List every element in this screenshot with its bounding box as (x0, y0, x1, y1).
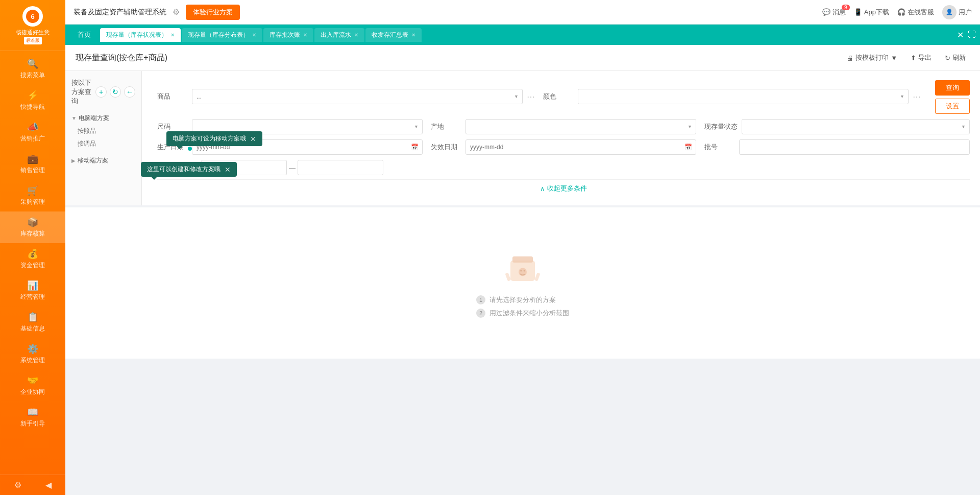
sidebar-bottom: ⚙ ◀ (0, 475, 65, 495)
query-button[interactable]: 查询 (935, 80, 970, 96)
nav-enterprise-label: 企业协同 (20, 388, 45, 396)
tab-close-all-icon[interactable]: ✕ (957, 30, 964, 40)
color-select[interactable] (578, 89, 909, 104)
empty-tip-2: 2 用过滤条件来缩小分析范围 (476, 309, 569, 318)
tab-home[interactable]: 首页 (69, 27, 99, 42)
tooltip-1-close[interactable]: ✕ (250, 135, 256, 143)
product-more-icon[interactable]: ⋯ (527, 92, 535, 102)
scheme-item-1[interactable]: 按照品 (65, 125, 141, 137)
stock-status-select-wrapper (742, 119, 970, 134)
nav-purchase[interactable]: 🛒 采购管理 (0, 180, 65, 211)
batch-input[interactable] (739, 139, 970, 155)
collapse-sidebar-icon[interactable]: ◀ (45, 480, 52, 490)
empty-tip-1: 1 请先选择要分析的方案 (476, 295, 569, 304)
filter-area: 按以下方案查询 + ↻ ← ▼ 电脑端方案 按照品 接调品 (65, 71, 980, 205)
settings-bottom-icon[interactable]: ⚙ (14, 480, 21, 490)
nav-finance[interactable]: 💰 资金管理 (0, 243, 65, 275)
message-icon: 💬 (822, 8, 830, 16)
nav-search[interactable]: 🔍 搜索菜单 (0, 53, 65, 85)
app-download-item[interactable]: 📱 App下载 (854, 8, 889, 17)
header-right: 💬 消息 9 📱 App下载 🎧 在线客服 👤 用户 (822, 5, 972, 19)
nav-inventory[interactable]: 📦 库存核算 (0, 211, 65, 243)
set-button[interactable]: 设置 (935, 99, 970, 114)
tab-flow[interactable]: 出入库流水 ✕ (314, 28, 364, 42)
nav-quick-label: 快捷导航 (20, 103, 45, 111)
tab-inventory-distribution-label: 现存量（库存分布表） (188, 31, 249, 39)
refresh-button[interactable]: ↻ 刷新 (941, 51, 970, 64)
tab-summary-close[interactable]: ✕ (411, 32, 415, 38)
stock-main-to-input[interactable] (298, 160, 383, 175)
inventory-icon: 📦 (27, 217, 38, 228)
origin-select[interactable] (465, 119, 696, 134)
nav-quick[interactable]: ⚡ 快捷导航 (0, 85, 65, 116)
tooltip-scheme-1: 电脑方案可设为移动方案哦 ✕ (166, 131, 262, 146)
user-item[interactable]: 👤 用户 (942, 5, 972, 19)
page-content: 现存量查询(按仓库+商品) 🖨 按模板打印 ▼ ⬆ 导出 ↻ 刷新 (65, 45, 980, 495)
back-scheme-button[interactable]: ← (124, 86, 135, 98)
filter-product-group: 商品 ⋯ (157, 89, 535, 104)
page-header: 现存量查询(按仓库+商品) 🖨 按模板打印 ▼ ⬆ 导出 ↻ 刷新 (65, 45, 980, 71)
expiry-date-input[interactable] (465, 139, 696, 155)
nav-guide[interactable]: 📖 新手引导 (0, 402, 65, 433)
origin-label: 产地 (431, 122, 461, 131)
avatar-icon: 👤 (946, 9, 953, 15)
scheme-item-2[interactable]: 接调品 (65, 137, 141, 150)
system-settings-icon[interactable]: ⚙ (173, 7, 180, 17)
empty-tips: 1 请先选择要分析的方案 2 用过滤条件来缩小分析范围 (476, 295, 569, 318)
tab-flow-close[interactable]: ✕ (354, 32, 358, 38)
export-icon: ⬆ (911, 54, 916, 62)
tab-inventory-status-close[interactable]: ✕ (170, 32, 175, 38)
batch-label: 批号 (704, 143, 735, 152)
empty-state: 1 请先选择要分析的方案 2 用过滤条件来缩小分析范围 (65, 207, 980, 359)
svg-point-6 (524, 270, 525, 271)
trial-button[interactable]: 体验行业方案 (186, 5, 240, 20)
tooltip-2-close[interactable]: ✕ (225, 166, 231, 174)
tab-inventory-distribution[interactable]: 现存量（库存分布表） ✕ (182, 28, 262, 42)
color-more-icon[interactable]: ⋯ (913, 92, 921, 102)
collapse-label: 收起更多条件 (547, 184, 587, 193)
product-input[interactable] (192, 89, 523, 104)
tab-inventory-distribution-close[interactable]: ✕ (252, 32, 256, 38)
nav-operations[interactable]: 📊 经营管理 (0, 275, 65, 307)
query-btns: 查询 设置 (929, 79, 970, 114)
add-scheme-button[interactable]: + (95, 86, 107, 98)
headset-icon: 🎧 (897, 8, 905, 16)
nav-basic[interactable]: 📋 基础信息 (0, 307, 65, 338)
stock-status-select[interactable] (742, 119, 970, 134)
tab-expand-icon[interactable]: ⛶ (968, 30, 976, 40)
nav-inventory-label: 库存核算 (20, 229, 45, 238)
nav-enterprise[interactable]: 🤝 企业协同 (0, 370, 65, 402)
expiry-date-label: 失效日期 (431, 143, 461, 152)
online-support-item[interactable]: 🎧 在线客服 (897, 8, 934, 17)
tab-bar-right: ✕ ⛶ (957, 30, 976, 40)
refresh-scheme-button[interactable]: ↻ (110, 86, 121, 98)
scheme-desktop-header[interactable]: ▼ 电脑端方案 (65, 112, 141, 125)
tab-inventory-status[interactable]: 现存量（库存状况表） ✕ (100, 28, 181, 42)
sidebar-logo: 6 畅捷通好生意 标准版 (0, 0, 65, 51)
scheme-mobile-group: ▶ 移动端方案 (65, 154, 141, 167)
tab-summary[interactable]: 收发存汇总表 ✕ (365, 28, 422, 42)
scheme-sidebar: 按以下方案查询 + ↻ ← ▼ 电脑端方案 按照品 接调品 (65, 71, 142, 205)
nav-marketing[interactable]: 📣 营销推广 (0, 116, 65, 148)
nav-basic-label: 基础信息 (20, 324, 45, 333)
nav-sales[interactable]: 💼 销售管理 (0, 148, 65, 180)
stock-status-label: 现存量状态 (704, 122, 738, 131)
message-item[interactable]: 💬 消息 9 (822, 8, 846, 17)
tab-batch-account[interactable]: 库存批次账 ✕ (263, 28, 313, 42)
collapse-button[interactable]: ∧ 收起更多条件 (157, 179, 970, 197)
print-button[interactable]: 🖨 按模板打印 ▼ (843, 51, 901, 64)
empty-illustration (502, 248, 543, 289)
scheme-mobile-header[interactable]: ▶ 移动端方案 (65, 154, 141, 167)
nav-sales-label: 销售管理 (20, 166, 45, 175)
tab-batch-account-close[interactable]: ✕ (303, 32, 307, 38)
avatar: 👤 (942, 5, 957, 19)
guide-icon: 📖 (27, 407, 38, 418)
tip-text-2: 用过滤条件来缩小分析范围 (489, 309, 569, 318)
top-header: 装备及固定资产辅助管理系统 ⚙ 体验行业方案 💬 消息 9 📱 App下载 🎧 … (65, 0, 980, 25)
page-title: 现存量查询(按仓库+商品) (76, 53, 167, 63)
logo-text: 畅捷通好生意 (16, 29, 50, 36)
svg-rect-3 (512, 256, 533, 263)
nav-system[interactable]: ⚙️ 系统管理 (0, 338, 65, 370)
export-button[interactable]: ⬆ 导出 (906, 51, 936, 64)
marketing-icon: 📣 (27, 122, 38, 133)
